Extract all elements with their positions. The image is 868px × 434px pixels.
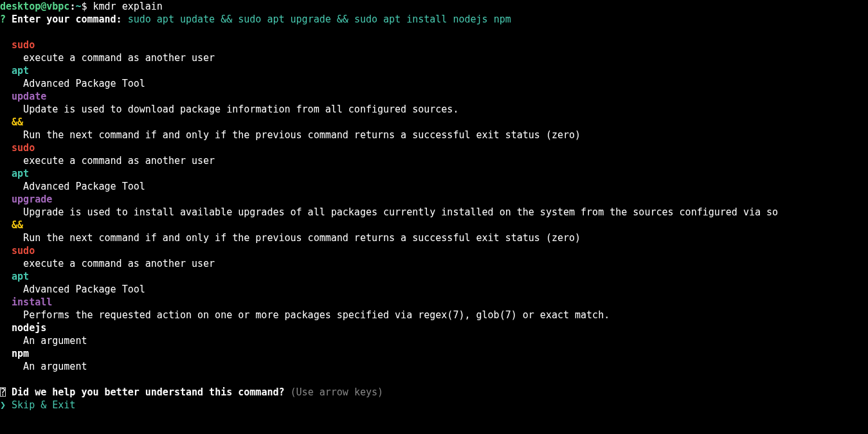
- description-line: Run the next command if and only if the …: [0, 129, 868, 141]
- description-line: An argument: [0, 334, 868, 347]
- command-token: npm: [12, 348, 29, 359]
- token-line: apt: [0, 167, 868, 180]
- command-token: &&: [12, 219, 23, 231]
- feedback-question-line: ⍰ Did we help you better understand this…: [0, 386, 868, 399]
- token-line: update: [0, 90, 868, 103]
- blank-line: [0, 26, 868, 39]
- description-line: Upgrade is used to install available upg…: [0, 206, 868, 219]
- token-line: npm: [0, 347, 868, 360]
- token-description: Update is used to download package infor…: [23, 104, 458, 115]
- token-description: Advanced Package Tool: [23, 284, 145, 295]
- token-line: apt: [0, 270, 868, 283]
- token-line: &&: [0, 116, 868, 129]
- blank-line: [0, 373, 868, 386]
- token-line: sudo: [0, 141, 868, 154]
- token-line: install: [0, 296, 868, 309]
- feedback-question: Did we help you better understand this c…: [6, 386, 291, 398]
- token-description: Advanced Package Tool: [23, 78, 145, 89]
- command-token: apt: [12, 65, 29, 77]
- token-description: An argument: [23, 361, 87, 372]
- token-line: upgrade: [0, 193, 868, 206]
- command-token: apt: [12, 168, 29, 179]
- description-line: Update is used to download package infor…: [0, 103, 868, 116]
- token-line: nodejs: [0, 321, 868, 334]
- prompt-dollar: $: [81, 1, 93, 12]
- token-description: execute a command as another user: [23, 52, 215, 64]
- shell-prompt-line: desktop@vbpc:~$ kmdr explain: [0, 0, 868, 13]
- token-description: execute a command as another user: [23, 155, 215, 167]
- description-line: Advanced Package Tool: [0, 283, 868, 296]
- description-line: execute a command as another user: [0, 257, 868, 270]
- question-mark-icon: ?: [0, 14, 6, 25]
- typed-command: kmdr explain: [93, 1, 163, 12]
- command-token: install: [12, 296, 52, 308]
- terminal-output: desktop@vbpc:~$ kmdr explain? Enter your…: [0, 0, 868, 411]
- token-line: sudo: [0, 39, 868, 51]
- feedback-hint: (Use arrow keys): [291, 386, 384, 398]
- token-line: apt: [0, 64, 868, 77]
- feedback-icon: ⍰: [0, 386, 6, 398]
- command-token: sudo: [12, 245, 35, 257]
- command-token: apt: [12, 271, 29, 282]
- command-token: &&: [12, 116, 23, 128]
- entered-command: sudo apt update && sudo apt upgrade && s…: [128, 14, 511, 25]
- description-line: Performs the requested action on one or …: [0, 309, 868, 321]
- selection-cursor-icon: ❯: [0, 399, 12, 411]
- description-line: Advanced Package Tool: [0, 180, 868, 193]
- token-description: execute a command as another user: [23, 258, 215, 269]
- selected-option[interactable]: Skip & Exit: [12, 399, 75, 411]
- token-line: &&: [0, 219, 868, 231]
- command-token: sudo: [12, 39, 35, 51]
- description-line: execute a command as another user: [0, 51, 868, 64]
- token-description: Run the next command if and only if the …: [23, 232, 581, 244]
- description-line: Run the next command if and only if the …: [0, 231, 868, 244]
- command-token: update: [12, 91, 46, 102]
- feedback-selected-line[interactable]: ❯ Skip & Exit: [0, 399, 868, 411]
- token-description: Upgrade is used to install available upg…: [23, 206, 778, 218]
- command-token: sudo: [12, 142, 35, 154]
- prompt-user-host: desktop@vbpc: [0, 1, 69, 12]
- enter-command-label: Enter your command:: [6, 14, 128, 25]
- token-line: sudo: [0, 244, 868, 257]
- command-token: upgrade: [12, 194, 52, 205]
- token-description: Advanced Package Tool: [23, 181, 145, 192]
- command-token: nodejs: [12, 322, 46, 334]
- description-line: An argument: [0, 360, 868, 373]
- description-line: execute a command as another user: [0, 154, 868, 167]
- enter-command-line: ? Enter your command: sudo apt update &&…: [0, 13, 868, 26]
- token-description: An argument: [23, 335, 87, 347]
- description-line: Advanced Package Tool: [0, 77, 868, 90]
- token-description: Performs the requested action on one or …: [23, 309, 610, 321]
- token-description: Run the next command if and only if the …: [23, 129, 581, 141]
